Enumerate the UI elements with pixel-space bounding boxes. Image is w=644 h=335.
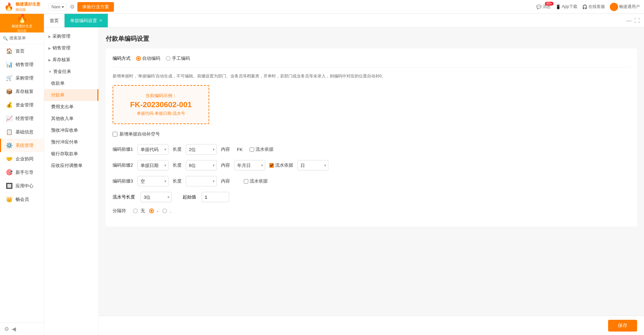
online-service-button[interactable]: 🎧 在线客服 <box>582 4 605 10</box>
arrow-down-icon: ▼ <box>48 70 52 74</box>
search-menu-button[interactable]: 🔍 搜索菜单 <box>0 32 44 44</box>
serial-label-3: 流水依据 <box>250 178 268 184</box>
app-download-button[interactable]: 📱 App下载 <box>556 4 577 10</box>
prefix-1-select[interactable]: 单据代码 单据日期 空 <box>137 144 169 155</box>
sidebar-item-label: 企业协同 <box>16 156 33 162</box>
group-capital-header[interactable]: ▼ 资金往来 <box>44 66 98 77</box>
code-preview-sub: 单据代码-单据日期-流水号 <box>120 111 202 117</box>
code-preview-box: 当前编码示例： FK-20230602-001 单据代码-单据日期-流水号 <box>113 85 209 124</box>
sidebar-item-sales[interactable]: 📊 销售管理 <box>0 58 44 71</box>
sep-dash-radio[interactable]: - <box>149 208 158 214</box>
serial-check-3[interactable]: 流水依据 <box>244 178 268 184</box>
length-3-select[interactable] <box>186 176 217 186</box>
top-bar: 🔥 畅捷通好生意 插品版 Nare ▾ ⚙ 体验行业方案 💬 消息 99+ 📱 … <box>0 0 644 14</box>
experience-button[interactable]: 体验行业方案 <box>77 2 114 12</box>
download-icon: 📱 <box>556 4 561 9</box>
sidebar-item-label: 资金管理 <box>16 102 33 108</box>
prefix-1-label: 编码前缀1 <box>113 146 133 152</box>
serial-option-2-select[interactable]: 日 月 年 <box>297 160 328 170</box>
sep-none-radio[interactable]: 无 <box>133 208 145 214</box>
tab-home-label: 首页 <box>50 18 59 24</box>
separator-row: 分隔符 无 - . <box>113 208 630 214</box>
sidebar-item-inventory[interactable]: 📦 库存核算 <box>0 85 44 98</box>
sidebar-item-enterprise[interactable]: 🤝 企业协同 <box>0 152 44 166</box>
serial-checkbox-1[interactable] <box>250 147 254 152</box>
vip-icon: 👑 <box>6 196 13 203</box>
serial-length-label: 流水号长度 <box>113 194 135 200</box>
gear-icon[interactable]: ⚙ <box>70 3 75 10</box>
sidebar-item-finance[interactable]: 💰 资金管理 <box>0 98 44 112</box>
sidebar-item-home[interactable]: 🏠 首页 <box>0 44 44 58</box>
main-layout: 🔥 畅捷通好生意 插品版 🔍 搜索菜单 🏠 首页 📊 销售管理 🛒 采购管理 📦 <box>0 14 644 335</box>
sub-item-payment[interactable]: 付款单 <box>44 89 98 101</box>
length-2-select[interactable]: 2位 3位 8位 <box>186 160 217 170</box>
page-wrapper: 付款单编码设置 编码方式 自动编码 <box>99 28 644 335</box>
top-bar-center: Nare ▾ ⚙ 体验行业方案 <box>48 2 534 12</box>
save-button[interactable]: 保存 <box>608 320 637 332</box>
sidebar-item-system[interactable]: ⚙️ 系统管理 <box>0 139 44 152</box>
user-avatar[interactable]: 畅捷通用户 <box>610 3 640 11</box>
maximize-icon[interactable]: ⛶ <box>634 18 640 24</box>
tab-home[interactable]: 首页 <box>44 14 65 27</box>
start-value-input[interactable] <box>202 192 229 202</box>
code-mode-row: 编码方式 自动编码 手工编码 <box>113 55 630 67</box>
system-icon: ⚙️ <box>6 142 13 149</box>
guide-icon: 🎯 <box>6 169 13 176</box>
serial-option-2-wrapper: 日 月 年 <box>297 160 328 170</box>
sep-dot-radio[interactable]: . <box>162 208 171 214</box>
workspace-dropdown[interactable]: Nare ▾ <box>48 3 67 11</box>
logo-icon: 🔥 <box>17 14 28 24</box>
collapse-icon[interactable]: ◀ <box>12 326 16 332</box>
serial-checkbox-3[interactable] <box>244 179 248 184</box>
length-1-select[interactable]: 2位 3位 4位 <box>186 144 217 155</box>
group-sales-header[interactable]: ▶ 销售管理 <box>44 42 98 54</box>
manual-code-radio[interactable]: 手工编码 <box>166 55 190 62</box>
serial-check-2[interactable]: 流水依据 <box>269 162 293 168</box>
sep-dash-radio-dot <box>149 208 154 213</box>
sub-item-other-income[interactable]: 其他收入单 <box>44 113 98 124</box>
serial-checkbox-2[interactable] <box>269 163 274 168</box>
sidebar-item-basic[interactable]: 📋 基础信息 <box>0 125 44 139</box>
sub-item-prepay-receivable[interactable]: 预收冲应收单 <box>44 124 98 136</box>
sub-item-prepay-payable[interactable]: 预付冲应付单 <box>44 136 98 148</box>
basic-icon: 📋 <box>6 129 13 135</box>
serial-length-select[interactable]: 2位 3位 4位 <box>141 192 172 202</box>
settings-icon[interactable]: ⚙ <box>4 326 9 332</box>
prefix-3-select[interactable]: 单据代码 单据日期 空 <box>137 176 169 186</box>
serial-length-select-wrapper: 2位 3位 4位 <box>141 192 172 202</box>
sep-dot-radio-dot <box>162 208 167 213</box>
auto-code-radio[interactable]: 自动编码 <box>136 55 160 62</box>
content-2-select[interactable]: 年月日 年月 年 <box>234 160 265 170</box>
sep-none-label: 无 <box>141 208 145 214</box>
group-inventory-header[interactable]: ▶ 库存核算 <box>44 54 98 66</box>
prefix-2-select[interactable]: 单据代码 单据日期 空 <box>137 160 169 170</box>
user-name: 畅捷通用户 <box>619 4 640 10</box>
sidebar-item-apps[interactable]: 🔲 应用中心 <box>0 179 44 193</box>
message-button[interactable]: 💬 消息 99+ <box>536 4 551 10</box>
sub-item-receipt[interactable]: 收款单 <box>44 77 98 89</box>
start-value-label: 起始值 <box>183 194 196 200</box>
code-mode-label: 编码方式 <box>113 55 131 62</box>
sub-item-expense[interactable]: 费用支出单 <box>44 101 98 113</box>
prefix-2-select-wrapper: 单据代码 单据日期 空 <box>137 160 169 170</box>
sub-item-adjustment[interactable]: 应收应付调整单 <box>44 160 98 171</box>
sidebar-item-label: 基础信息 <box>16 129 33 135</box>
auto-fill-checkbox[interactable] <box>113 132 117 137</box>
sub-content: ▶ 采购管理 ▶ 销售管理 ▶ 库存核算 <box>44 28 644 335</box>
group-purchase-header[interactable]: ▶ 采购管理 <box>44 30 98 42</box>
sidebar-item-vip[interactable]: 👑 畅会员 <box>0 193 44 206</box>
sidebar-nav: 🏠 首页 📊 销售管理 🛒 采购管理 📦 库存核算 💰 资金管理 📈 经 <box>0 44 44 323</box>
sidebar-item-purchase[interactable]: 🛒 采购管理 <box>0 71 44 85</box>
serial-check-1[interactable]: 流水依据 <box>250 146 273 152</box>
sub-item-bank[interactable]: 银行存取款单 <box>44 148 98 160</box>
minimize-icon[interactable]: — <box>626 18 632 24</box>
sidebar-item-label: 系统管理 <box>16 142 33 149</box>
tab-close-icon[interactable]: ✕ <box>99 18 102 23</box>
prefix-row-1: 编码前缀1 单据代码 单据日期 空 长度 <box>113 144 630 155</box>
tab-code-settings[interactable]: 单据编码设置 ✕ <box>65 14 108 27</box>
serial-label-1: 流水依据 <box>256 146 273 152</box>
group-label: 资金往来 <box>53 68 71 75</box>
app-download-label: App下载 <box>562 4 577 10</box>
sidebar-item-operation[interactable]: 📈 经营管理 <box>0 112 44 125</box>
sidebar-item-guide[interactable]: 🎯 新手引导 <box>0 166 44 179</box>
